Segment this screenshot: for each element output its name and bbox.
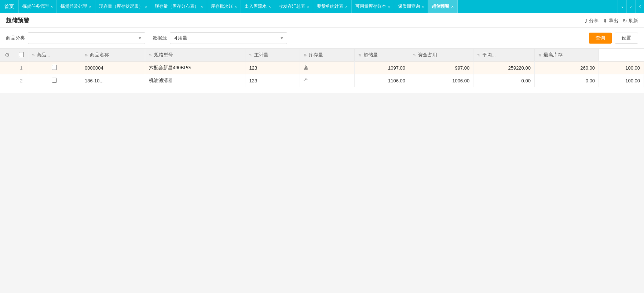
row-spec-1: 123 (245, 74, 300, 87)
th-gear: ⚙ (0, 49, 15, 62)
nav-tab-9[interactable]: 可用量库存账本 × (352, 0, 394, 13)
row-gear-1 (0, 74, 15, 87)
nav-close-5[interactable]: × (235, 4, 237, 9)
sort-icon-stock: ⇅ (304, 53, 307, 57)
nav-tab-3[interactable]: 现存量（库存状况表） × (95, 0, 151, 13)
datasource-chevron-icon: ▼ (280, 36, 284, 40)
nav-close-3[interactable]: × (145, 4, 147, 9)
th-name[interactable]: ⇅ 商品名称 (81, 49, 145, 62)
nav-close-9[interactable]: × (388, 4, 390, 9)
filter-area: 商品分类 ▼ 数据源 可用量 ▼ 查询 设置 (0, 28, 644, 49)
row-num-0: 1 (15, 62, 28, 74)
row-maxstock-0: 100.00 (599, 62, 644, 74)
sort-icon-maxstock: ⇅ (538, 53, 541, 57)
th-maxstock[interactable]: ⇅ 最高库存 (534, 49, 599, 62)
export-button[interactable]: ⬇ 导出 (603, 18, 618, 24)
nav-tab-4[interactable]: 现存量（库存分布表） × (151, 0, 207, 13)
th-checkbox (15, 49, 28, 62)
row-code-0: 0000004 (81, 62, 145, 74)
nav-close-11[interactable]: × (451, 4, 453, 9)
select-all-checkbox[interactable] (19, 52, 24, 57)
row-overstock-0: 997.00 (409, 62, 473, 74)
row-spec-0: 123 (245, 62, 300, 74)
row-unit-0: 套 (300, 62, 355, 74)
table-header-row: ⚙ ⇅ 商品... ⇅ 商品名称 ⇅ 规格型号 ⇅ (0, 49, 644, 62)
nav-close-2[interactable]: × (89, 4, 91, 9)
nav-tab-1[interactable]: 拣货任务管理 × (19, 0, 57, 13)
nav-more-arrow[interactable]: × (635, 0, 644, 13)
row-select-1[interactable] (52, 78, 57, 83)
nav-tab-7[interactable]: 收发存汇总表 × (275, 0, 313, 13)
th-stock[interactable]: ⇅ 库存量 (300, 49, 355, 62)
th-overstock[interactable]: ⇅ 超储量 (355, 49, 409, 62)
nav-close-6[interactable]: × (268, 4, 271, 9)
category-label: 商品分类 (6, 35, 25, 41)
row-capital-1: 0.00 (473, 74, 535, 87)
datasource-filter: 数据源 可用量 ▼ (153, 32, 287, 44)
page-title: 超储预警 (6, 17, 29, 25)
row-checkbox-1 (28, 74, 81, 87)
nav-next-arrow[interactable]: › (626, 0, 635, 13)
nav-tab-5[interactable]: 库存批次账 × (207, 0, 241, 13)
row-name-0: 六配套新昌490BPG (145, 62, 245, 74)
row-select-0[interactable] (52, 65, 57, 70)
row-overstock-1: 1006.00 (409, 74, 473, 87)
filter-actions: 查询 设置 (589, 33, 638, 44)
row-avg-1: 0.00 (534, 74, 599, 87)
share-button[interactable]: ⤴ 分享 (585, 18, 599, 24)
row-capital-0: 259220.00 (473, 62, 535, 74)
page-header: 超储预警 ⤴ 分享 ⬇ 导出 ↻ 刷新 (0, 13, 644, 28)
row-num-1: 2 (15, 74, 28, 87)
table-row: 2 186-10... 机油滤清器 123 个 1106.00 1006.00 … (0, 74, 644, 87)
row-unit-1: 个 (300, 74, 355, 87)
export-icon: ⬇ (603, 18, 607, 24)
data-table: ⚙ ⇅ 商品... ⇅ 商品名称 ⇅ 规格型号 ⇅ (0, 49, 644, 87)
row-stock-1: 1106.00 (355, 74, 409, 87)
th-unit[interactable]: ⇅ 主计量 (245, 49, 300, 62)
row-stock-0: 1097.00 (355, 62, 409, 74)
sort-icon-capital: ⇅ (413, 53, 416, 57)
nav-tab-8[interactable]: 要货单统计表 × (313, 0, 351, 13)
row-checkbox-0 (28, 62, 81, 74)
top-nav: 首页 拣货任务管理 × 拣货异常处理 × 现存量（库存状况表） × 现存量（库存… (0, 0, 644, 13)
category-filter: 商品分类 ▼ (6, 32, 145, 44)
nav-close-10[interactable]: × (422, 4, 424, 9)
nav-close-4[interactable]: × (201, 4, 203, 9)
row-maxstock-1: 100.00 (599, 74, 644, 87)
nav-close-7[interactable]: × (307, 4, 309, 9)
settings-button[interactable]: 设置 (615, 33, 638, 44)
nav-close-8[interactable]: × (345, 4, 347, 9)
sort-icon-overstock: ⇅ (358, 53, 361, 57)
header-actions: ⤴ 分享 ⬇ 导出 ↻ 刷新 (585, 18, 638, 24)
sort-icon-unit: ⇅ (249, 53, 252, 57)
nav-tab-10[interactable]: 保质期查询 × (394, 0, 428, 13)
nav-prev-arrow[interactable]: ‹ (618, 0, 626, 13)
share-icon: ⤴ (585, 18, 588, 24)
gear-icon[interactable]: ⚙ (5, 52, 10, 58)
row-name-1: 机油滤清器 (145, 74, 245, 87)
category-chevron-icon: ▼ (138, 36, 142, 40)
datasource-select-value: 可用量 (173, 35, 187, 41)
th-spec[interactable]: ⇅ 规格型号 (145, 49, 245, 62)
sort-icon-code: ⇅ (32, 53, 35, 57)
row-code-1: 186-10... (81, 74, 145, 87)
sort-icon-spec: ⇅ (149, 53, 152, 57)
table-container: ⚙ ⇅ 商品... ⇅ 商品名称 ⇅ 规格型号 ⇅ (0, 49, 644, 93)
th-code[interactable]: ⇅ 商品... (28, 49, 81, 62)
sort-icon-name: ⇅ (85, 53, 88, 57)
row-gear-0 (0, 62, 15, 74)
table-row: 1 0000004 六配套新昌490BPG 123 套 1097.00 997.… (0, 62, 644, 74)
nav-close-1[interactable]: × (51, 4, 53, 9)
nav-tab-6[interactable]: 出入库流水 × (241, 0, 275, 13)
nav-home[interactable]: 首页 (0, 0, 19, 13)
category-select[interactable]: ▼ (28, 32, 145, 44)
sort-icon-avg: ⇅ (477, 53, 480, 57)
nav-tab-2[interactable]: 拣货异常处理 × (57, 0, 95, 13)
query-button[interactable]: 查询 (589, 33, 612, 44)
datasource-select[interactable]: 可用量 ▼ (170, 32, 287, 44)
refresh-button[interactable]: ↻ 刷新 (623, 18, 638, 24)
nav-tab-11[interactable]: 超储预警 × (428, 0, 457, 13)
refresh-icon: ↻ (623, 18, 627, 24)
th-capital[interactable]: ⇅ 资金占用 (409, 49, 473, 62)
th-avg[interactable]: ⇅ 平均... (473, 49, 535, 62)
